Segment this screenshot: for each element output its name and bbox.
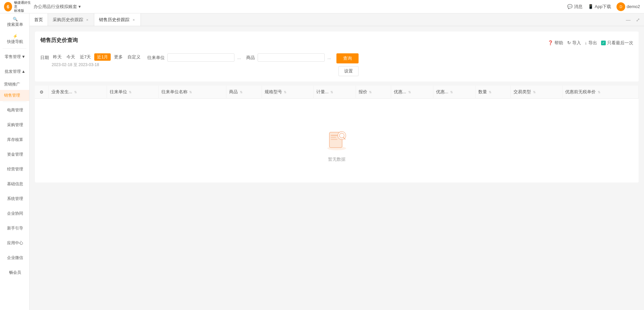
export-button[interactable]: ↓ 导出 (585, 40, 597, 46)
sidebar-item-wholesale[interactable]: 批发管理 ▲ (0, 64, 29, 79)
help-icon: ❓ (548, 40, 553, 45)
sidebar-item-operation[interactable]: 经营管理 (0, 162, 29, 176)
app-download-button[interactable]: 📱 App下载 (588, 4, 611, 10)
query-button[interactable]: 查询 (336, 53, 359, 63)
only-last-checkbox[interactable]: ✓ (601, 41, 606, 45)
empty-area: 暂无数据 (35, 99, 639, 183)
sort-unit-icon: ⇅ (330, 90, 333, 94)
help-button[interactable]: ❓ 帮助 (548, 40, 563, 46)
column-pretax-price[interactable]: 优惠前无税单价 ⇅ (562, 86, 639, 99)
sidebar-item-wechat[interactable]: 企业微信 (0, 250, 29, 265)
message-button[interactable]: 💬 消息 (567, 4, 583, 10)
customer-label: 往来单位 (147, 53, 165, 61)
svg-rect-4 (331, 139, 337, 140)
gear-icon[interactable]: ⚙ (40, 90, 44, 95)
sidebar-item-finance[interactable]: 资金管理 (0, 147, 29, 162)
tab-home[interactable]: 首页 (30, 13, 48, 26)
page-title-row: 销售历史价查询 ❓ 帮助 ↻ 导入 ↓ 导出 (40, 37, 633, 49)
sidebar-item-quick[interactable]: ⚡ 快捷导航 (0, 31, 29, 48)
date-option-today[interactable]: 今天 (65, 53, 76, 61)
table-header: ⚙ 业务发生... ⇅ 往来单位 ⇅ (35, 86, 639, 99)
column-discount1[interactable]: 优惠... ⇅ (391, 86, 433, 99)
topbar-dropdown[interactable]: 办公用品行业模拟账套 ▾ (34, 4, 81, 10)
svg-rect-2 (331, 135, 338, 136)
column-unit[interactable]: 计量... ⇅ (313, 86, 356, 99)
user-menu[interactable]: D demo2 (616, 2, 640, 11)
sidebar: 🔍 搜索菜单 ⚡ 快捷导航 零售管理 ▼ 批发管理 ▲ 营销推广 销售管理 电商… (0, 13, 30, 310)
download-icon: 📱 (588, 4, 593, 9)
customer-input-group: ... (167, 53, 241, 62)
date-option-custom[interactable]: 自定义 (126, 53, 142, 61)
expand-icon: ▲ (21, 69, 25, 74)
only-last-checkbox-group[interactable]: ✓ 只看最后一次 (601, 40, 633, 46)
sort-discount2-icon: ⇅ (450, 90, 453, 94)
empty-illustration (323, 125, 350, 152)
import-button[interactable]: ↻ 导入 (567, 40, 581, 46)
date-option-last1m[interactable]: 近1月 (94, 53, 111, 61)
sidebar-divider-1 (3, 48, 26, 49)
topbar-left: 6 畅捷通好生意 标准版 办公用品行业模拟账套 ▾ (4, 1, 81, 13)
avatar: D (616, 2, 625, 11)
close-sales-history-tab[interactable]: × (131, 17, 136, 22)
date-range: 2023-02-18 至 2023-03-18 (52, 62, 142, 68)
column-product[interactable]: 商品 ⇅ (226, 86, 262, 99)
date-filter-group: 日期 昨天 今天 近7天 近1月 更多 自定义 2023-02-18 至 202… (40, 53, 142, 68)
sidebar-item-inventory[interactable]: 库存核算 (0, 132, 29, 147)
content-area: 首页 采购历史价跟踪 × 销售历史价跟踪 × — ⤢ 销售历史价查询 (30, 13, 644, 310)
customer-filter-group: 往来单位 ... (147, 53, 241, 62)
tab-sales-history[interactable]: 销售历史价跟踪 × (94, 13, 141, 26)
product-label: 商品 (246, 53, 255, 61)
svg-rect-3 (331, 137, 336, 138)
collapse-icon: ▼ (21, 54, 25, 60)
sidebar-item-enterprise[interactable]: 企业协同 (0, 206, 29, 221)
sort-product-icon: ⇅ (240, 90, 243, 94)
sort-discount1-icon: ⇅ (408, 90, 411, 94)
column-discount2[interactable]: 优惠... ⇅ (433, 86, 475, 99)
topbar-right: 💬 消息 📱 App下载 D demo2 (567, 2, 640, 11)
sidebar-subitem-sales[interactable]: 销售管理 (0, 90, 29, 101)
sidebar-subitem-marketing[interactable]: 营销推广 (0, 79, 29, 90)
column-unit-name[interactable]: 往来单位名称 ⇅ (158, 86, 226, 99)
column-biz-date[interactable]: 业务发生... ⇅ (48, 86, 107, 99)
product-input[interactable] (258, 53, 325, 62)
tab-purchase-history[interactable]: 采购历史价跟踪 × (48, 13, 94, 26)
sort-unit-name-icon: ⇅ (189, 90, 192, 94)
sort-unit-code-icon: ⇅ (129, 90, 131, 94)
page-content: 销售历史价查询 ❓ 帮助 ↻ 导入 ↓ 导出 (30, 26, 644, 310)
date-filter: 昨天 今天 近7天 近1月 更多 自定义 2023-02-18 至 2023-0… (52, 53, 142, 68)
product-filter-group: 商品 ... (246, 53, 331, 62)
product-picker-button[interactable]: ... (327, 55, 331, 60)
column-quantity[interactable]: 数量 ⇅ (475, 86, 511, 99)
customer-picker-button[interactable]: ... (237, 55, 241, 60)
sidebar-item-member[interactable]: 畅会员 (0, 265, 29, 280)
tab-bar-actions: — ⤢ (625, 16, 644, 23)
minimize-button[interactable]: — (625, 16, 632, 23)
sidebar-item-system[interactable]: 系统管理 (0, 191, 29, 206)
date-label: 日期 (40, 53, 49, 61)
sidebar-item-basic[interactable]: 基础信息 (0, 176, 29, 191)
page-title: 销售历史价查询 (40, 37, 78, 44)
sidebar-item-newbie[interactable]: 新手引导 (0, 221, 29, 236)
date-option-last7[interactable]: 近7天 (78, 53, 92, 61)
column-trade-type[interactable]: 交易类型 ⇅ (511, 86, 562, 99)
sidebar-item-purchase[interactable]: 采购管理 (0, 117, 29, 132)
settings-button[interactable]: 设置 (338, 66, 359, 76)
column-unit-code[interactable]: 往来单位 ⇅ (107, 86, 158, 99)
quick-icon: ⚡ (13, 34, 18, 39)
column-price[interactable]: 报价 ⇅ (356, 86, 391, 99)
message-icon: 💬 (567, 4, 573, 9)
sidebar-item-ecommerce[interactable]: 电商管理 (0, 103, 29, 117)
maximize-button[interactable]: ⤢ (635, 16, 641, 23)
customer-input[interactable] (167, 53, 234, 62)
date-option-yesterday[interactable]: 昨天 (52, 53, 63, 61)
column-gear[interactable]: ⚙ (35, 86, 48, 99)
date-option-more[interactable]: 更多 (113, 53, 124, 61)
sidebar-item-apps[interactable]: 应用中心 (0, 236, 29, 250)
sidebar-item-search[interactable]: 🔍 搜索菜单 (0, 13, 29, 31)
sidebar-item-retail[interactable]: 零售管理 ▼ (0, 49, 29, 64)
close-purchase-history-tab[interactable]: × (85, 17, 89, 22)
column-spec[interactable]: 规格型号 ⇅ (262, 86, 313, 99)
table-wrapper: ⚙ 业务发生... ⇅ 往来单位 ⇅ (35, 86, 639, 99)
chevron-down-icon: ▾ (78, 4, 81, 9)
sort-pretax-price-icon: ⇅ (598, 90, 600, 94)
